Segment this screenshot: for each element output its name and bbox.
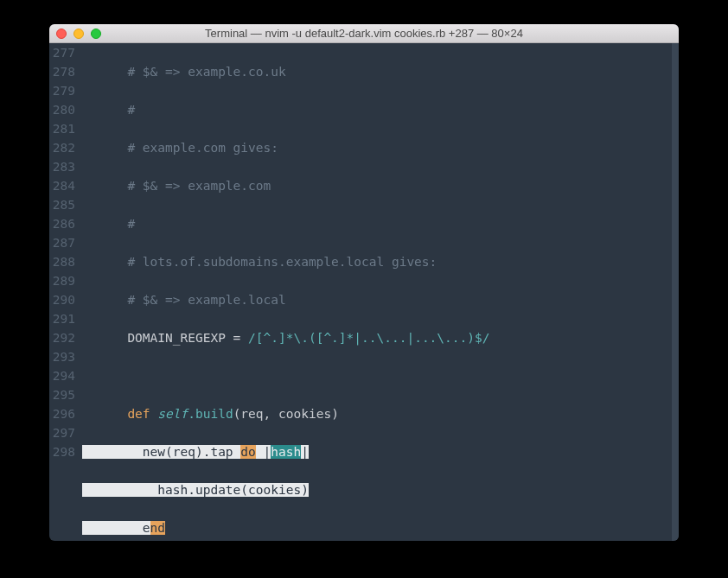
constant: DOMAIN_REGEXP bbox=[127, 331, 226, 345]
close-icon[interactable] bbox=[56, 29, 67, 39]
keyword-end: nd bbox=[150, 521, 165, 535]
comment: # lots.of.subdomains.example.local gives… bbox=[82, 255, 437, 269]
zoom-icon[interactable] bbox=[91, 29, 101, 39]
comment: # example.com gives: bbox=[82, 141, 278, 155]
visual-selection: new(req).tap do |hash| bbox=[82, 445, 309, 459]
comment: # bbox=[82, 217, 135, 231]
keyword-def: def bbox=[127, 407, 150, 421]
scrollbar[interactable] bbox=[672, 43, 679, 541]
visual-selection: hash.update(cookies) bbox=[82, 483, 309, 497]
line-number-gutter: 277 278 279 280 281 282 283 284 285 286 … bbox=[49, 43, 82, 541]
block-param: hash bbox=[271, 445, 301, 459]
method-name: build bbox=[195, 407, 233, 421]
visual-selection: e bbox=[82, 521, 150, 535]
comment: # $& => example.local bbox=[82, 293, 286, 307]
comment: # $& => example.com bbox=[82, 179, 271, 193]
terminal-window: Terminal — nvim -u default2-dark.vim coo… bbox=[49, 24, 679, 541]
minimize-icon[interactable] bbox=[73, 29, 84, 39]
keyword-self: self bbox=[157, 407, 188, 421]
window-title: Terminal — nvim -u default2-dark.vim coo… bbox=[49, 27, 679, 40]
regex: /[^.]*\.([^.]*|..\...|...\...)$/ bbox=[248, 331, 489, 345]
code-lines[interactable]: # $& => example.co.uk # # example.com gi… bbox=[82, 43, 679, 541]
traffic-lights bbox=[56, 29, 101, 39]
keyword-do: do bbox=[240, 445, 255, 459]
code-area[interactable]: 277 278 279 280 281 282 283 284 285 286 … bbox=[49, 43, 679, 541]
editor: 277 278 279 280 281 282 283 284 285 286 … bbox=[49, 43, 679, 541]
titlebar[interactable]: Terminal — nvim -u default2-dark.vim coo… bbox=[49, 24, 679, 43]
comment: # bbox=[82, 103, 135, 117]
comment: # $& => example.co.uk bbox=[82, 65, 286, 79]
